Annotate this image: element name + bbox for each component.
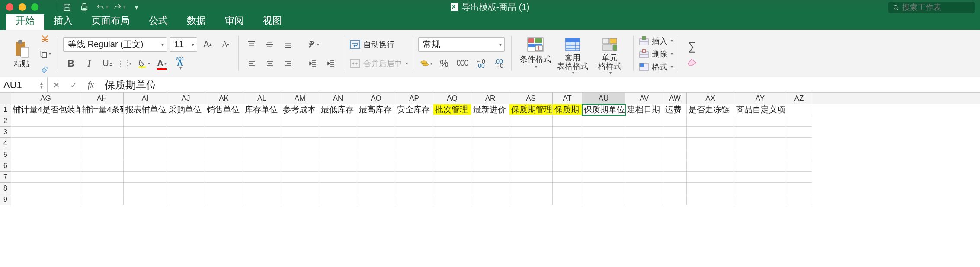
cell-AN2[interactable] [319,115,357,127]
cell-AX2[interactable] [687,115,734,127]
cell-AK3[interactable] [205,127,243,138]
column-header-AQ[interactable]: AQ [433,93,471,104]
name-box[interactable]: AU1 ▲▼ [0,77,48,92]
decrease-font-button[interactable]: A▾ [218,37,234,52]
cell-AI7[interactable] [124,172,167,183]
cell-AQ8[interactable] [433,183,471,194]
cell-AZ3[interactable] [786,127,812,138]
phonetic-button[interactable]: abcA [172,56,188,71]
currency-button[interactable] [418,56,434,71]
cell-AI8[interactable] [124,183,167,194]
row-header-5[interactable]: 5 [0,149,11,160]
zoom-window-button[interactable] [31,3,38,11]
cell-AI5[interactable] [124,149,167,160]
cell-AR2[interactable] [471,115,509,127]
cell-AP7[interactable] [395,172,433,183]
column-header-AO[interactable]: AO [357,93,395,104]
format-as-table-button[interactable]: 套用 表格格式 [554,33,591,75]
format-cells-button[interactable]: 格式 [639,60,673,73]
column-header-AW[interactable]: AW [663,93,687,104]
tab-公式[interactable]: 公式 [139,12,177,30]
cell-AR8[interactable] [471,183,509,194]
cell-AG8[interactable] [11,183,80,194]
cell-AG6[interactable] [11,160,80,172]
column-header-AG[interactable]: AG [11,93,80,104]
column-header-AL[interactable]: AL [243,93,281,104]
cell-AL4[interactable] [243,138,281,149]
cell-AU7[interactable] [582,172,625,183]
cell-AH8[interactable] [80,183,124,194]
cell-AL8[interactable] [243,183,281,194]
cell-AK1[interactable]: 销售单位 [205,104,243,115]
cell-AP8[interactable] [395,183,433,194]
cell-AG2[interactable] [11,115,80,127]
cell-AW5[interactable] [663,149,687,160]
column-header-AR[interactable]: AR [471,93,509,104]
row-header-4[interactable]: 4 [0,138,11,149]
cell-AN6[interactable] [319,160,357,172]
spreadsheet-grid[interactable]: AGAHAIAJAKALAMANAOAPAQARASATAUAVAWAXAYAZ… [0,93,980,205]
cell-AU1[interactable]: 保质期单位 [582,104,625,115]
fill-color-button[interactable] [136,56,151,71]
cell-AP2[interactable] [395,115,433,127]
select-all-corner[interactable] [0,93,11,104]
increase-font-button[interactable]: A▴ [200,37,215,52]
cell-AV9[interactable] [625,194,663,205]
cut-button[interactable] [37,31,53,46]
cell-AH7[interactable] [80,172,124,183]
cell-AM1[interactable]: 参考成本 [281,104,319,115]
cell-AJ7[interactable] [167,172,205,183]
cell-AM3[interactable] [281,127,319,138]
cell-AO1[interactable]: 最高库存 [357,104,395,115]
cell-AL1[interactable]: 库存单位 [243,104,281,115]
cell-AW6[interactable] [663,160,687,172]
cell-AG1[interactable]: 辅计量4是否包装单位 [11,104,80,115]
cell-AJ4[interactable] [167,138,205,149]
cell-AH6[interactable] [80,160,124,172]
cell-AV1[interactable]: 建档日期 [625,104,663,115]
cell-AN8[interactable] [319,183,357,194]
align-bottom-button[interactable] [280,37,296,52]
cell-AU9[interactable] [582,194,625,205]
column-header-AS[interactable]: AS [509,93,553,104]
cell-AG7[interactable] [11,172,80,183]
column-header-AH[interactable]: AH [80,93,124,104]
cell-AO5[interactable] [357,149,395,160]
cell-AT7[interactable] [553,172,582,183]
cell-AL3[interactable] [243,127,281,138]
tab-数据[interactable]: 数据 [177,12,215,30]
cell-AV7[interactable] [625,172,663,183]
cell-AY4[interactable] [734,138,786,149]
column-header-AT[interactable]: AT [553,93,582,104]
cell-styles-button[interactable]: 单元 格样式 [591,33,628,75]
cell-AY9[interactable] [734,194,786,205]
cell-AK4[interactable] [205,138,243,149]
cell-AO3[interactable] [357,127,395,138]
cell-AU4[interactable] [582,138,625,149]
cell-AJ3[interactable] [167,127,205,138]
column-header-AK[interactable]: AK [205,93,243,104]
cell-AL7[interactable] [243,172,281,183]
cell-AO6[interactable] [357,160,395,172]
cell-AJ1[interactable]: 采购单位 [167,104,205,115]
insert-cells-button[interactable]: 插入 [639,35,673,48]
decrease-indent-button[interactable] [305,56,321,71]
column-header-AJ[interactable]: AJ [167,93,205,104]
column-header-AX[interactable]: AX [687,93,734,104]
cell-AI3[interactable] [124,127,167,138]
cell-AP9[interactable] [395,194,433,205]
cell-AO2[interactable] [357,115,395,127]
cell-AK2[interactable] [205,115,243,127]
column-header-AP[interactable]: AP [395,93,433,104]
column-header-AY[interactable]: AY [734,93,786,104]
cell-AR4[interactable] [471,138,509,149]
cell-AS1[interactable]: 保质期管理 [509,104,553,115]
cell-AG4[interactable] [11,138,80,149]
tab-插入[interactable]: 插入 [44,12,82,30]
cell-AP5[interactable] [395,149,433,160]
cell-AO8[interactable] [357,183,395,194]
print-icon[interactable] [77,1,92,13]
cell-AK8[interactable] [205,183,243,194]
cell-AI4[interactable] [124,138,167,149]
cell-AX8[interactable] [687,183,734,194]
